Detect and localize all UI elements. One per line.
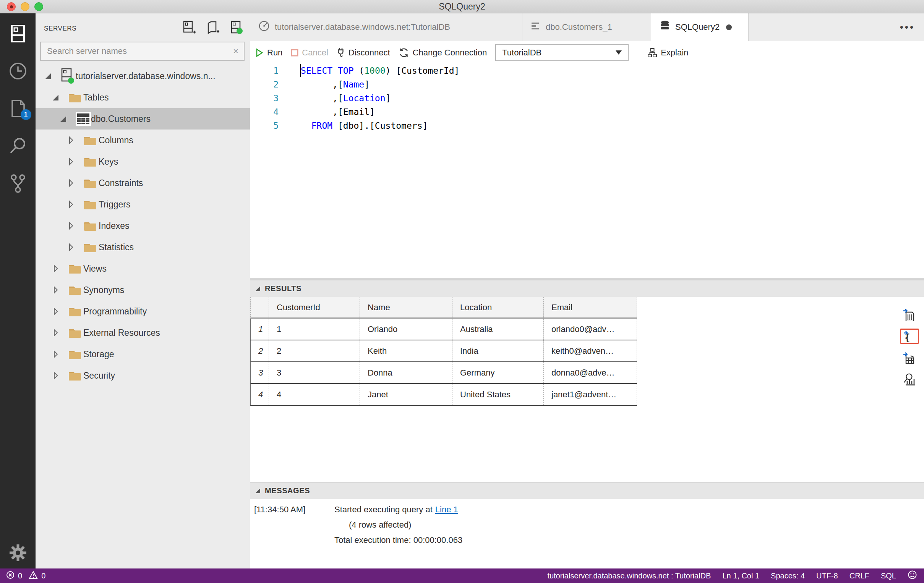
source-control-branch-icon[interactable]: [8, 174, 28, 193]
cell-email[interactable]: donna0@adve…: [544, 362, 637, 383]
messages-panel-header[interactable]: MESSAGES: [250, 482, 924, 499]
status-encoding[interactable]: UTF-8: [816, 571, 838, 580]
cell-email[interactable]: janet1@advent…: [544, 384, 637, 405]
cell-name[interactable]: Orlando: [360, 319, 452, 340]
cell-location[interactable]: Germany: [452, 362, 544, 383]
open-editors-file-icon[interactable]: 1: [8, 99, 28, 118]
settings-gear-icon[interactable]: [0, 544, 36, 562]
twistie-collapsed-icon[interactable]: [53, 329, 68, 337]
tab-sqlquery2[interactable]: SQLQuery2: [651, 13, 749, 41]
results-splitter-sash[interactable]: [250, 278, 924, 280]
status-eol[interactable]: CRLF: [850, 571, 870, 580]
twistie-collapsed-icon[interactable]: [53, 371, 68, 380]
cell-email[interactable]: keith0@adven…: [544, 340, 637, 361]
twistie-collapsed-icon[interactable]: [68, 136, 83, 145]
chevron-down-icon: [615, 50, 622, 54]
column-header-location[interactable]: Location: [452, 297, 544, 318]
status-indentation[interactable]: Spaces: 4: [771, 571, 805, 580]
twistie-expanded-icon[interactable]: [45, 73, 60, 79]
sql-editor[interactable]: 12345 SELECT TOP (1000) [CustomerId] ,[N…: [250, 64, 924, 278]
code-line[interactable]: ,[Email]: [301, 105, 924, 119]
cell-name[interactable]: Donna: [360, 362, 452, 383]
tree-item-programmability[interactable]: Programmability: [36, 301, 250, 322]
tab-connection-dashboard[interactable]: tutorialserver.database.windows.net:Tuto…: [250, 13, 522, 41]
cell-location[interactable]: Australia: [452, 319, 544, 340]
message-line: Started executing query atLine 1: [334, 502, 458, 517]
clear-search-icon[interactable]: ×: [233, 47, 238, 56]
tree-item-constraints[interactable]: Constraints: [36, 172, 250, 194]
cell-customerid[interactable]: 3: [269, 362, 360, 383]
tree-item-keys[interactable]: Keys: [36, 151, 250, 172]
column-header-name[interactable]: Name: [360, 297, 452, 318]
code-line[interactable]: ,[Location]: [301, 91, 924, 105]
tree-item-triggers[interactable]: Triggers: [36, 194, 250, 215]
database-dropdown[interactable]: TutorialDB: [495, 44, 629, 61]
code-line[interactable]: ,[Name]: [301, 77, 924, 91]
cell-email[interactable]: orlando0@adv…: [544, 319, 637, 340]
tree-item-statistics[interactable]: Statistics: [36, 237, 250, 258]
servers-icon[interactable]: [8, 25, 28, 43]
tree-item-tutorialserver-database-windows-n-[interactable]: tutorialserver.database.windows.n...: [36, 65, 250, 87]
twistie-expanded-icon[interactable]: [53, 95, 68, 100]
save-as-csv-icon[interactable]: [903, 307, 916, 322]
save-as-excel-icon[interactable]: [903, 350, 916, 366]
code-line[interactable]: FROM [dbo].[Customers]: [301, 119, 924, 133]
result-row-1[interactable]: 11OrlandoAustraliaorlando0@adv…: [250, 319, 637, 340]
cell-customerid[interactable]: 4: [269, 384, 360, 405]
tree-item-columns[interactable]: Columns: [36, 130, 250, 151]
tree-item-storage[interactable]: Storage: [36, 343, 250, 365]
save-as-json-icon[interactable]: { }: [900, 329, 919, 344]
status-cursor-position[interactable]: Ln 1, Col 1: [722, 571, 759, 580]
status-connection[interactable]: tutorialserver.database.windows.net : Tu…: [547, 571, 711, 580]
result-row-4[interactable]: 44JanetUnited Statesjanet1@advent…: [250, 384, 637, 406]
results-panel-header[interactable]: RESULTS: [250, 280, 924, 297]
result-row-2[interactable]: 22KeithIndiakeith0@adven…: [250, 340, 637, 362]
view-as-chart-icon[interactable]: [903, 372, 916, 387]
status-language-mode[interactable]: SQL: [881, 571, 896, 580]
search-icon[interactable]: [8, 137, 28, 155]
twistie-collapsed-icon[interactable]: [53, 286, 68, 294]
new-connection-icon[interactable]: [183, 21, 196, 37]
disconnect-button[interactable]: Disconnect: [337, 48, 390, 58]
run-button[interactable]: Run: [255, 48, 282, 58]
code-line[interactable]: SELECT TOP (1000) [CustomerId]: [301, 64, 924, 77]
cell-location[interactable]: United States: [452, 384, 544, 405]
tree-item-indexes[interactable]: Indexes: [36, 215, 250, 237]
tree-item-synonyms[interactable]: Synonyms: [36, 279, 250, 301]
twistie-collapsed-icon[interactable]: [68, 179, 83, 187]
result-row-3[interactable]: 33DonnaGermanydonna0@adve…: [250, 362, 637, 384]
tab-dbo-customers[interactable]: dbo.Customers_1: [522, 13, 651, 41]
twistie-collapsed-icon[interactable]: [68, 157, 83, 166]
tree-item-dbo-customers[interactable]: dbo.Customers: [36, 108, 250, 130]
explain-button[interactable]: Explain: [647, 48, 688, 58]
column-header-email[interactable]: Email: [544, 297, 637, 318]
cell-customerid[interactable]: 1: [269, 319, 360, 340]
change-connection-button[interactable]: Change Connection: [399, 48, 487, 58]
twistie-collapsed-icon[interactable]: [53, 350, 68, 358]
cell-name[interactable]: Keith: [360, 340, 452, 361]
error-circle-icon[interactable]: [6, 571, 15, 581]
collapse-caret-icon: [255, 488, 260, 493]
warning-triangle-icon[interactable]: [29, 571, 38, 581]
line-1-link[interactable]: Line 1: [435, 505, 458, 514]
task-history-clock-icon[interactable]: [8, 62, 28, 80]
cell-location[interactable]: India: [452, 340, 544, 361]
twistie-collapsed-icon[interactable]: [68, 222, 83, 230]
twistie-collapsed-icon[interactable]: [68, 200, 83, 209]
cell-customerid[interactable]: 2: [269, 340, 360, 361]
tree-item-tables[interactable]: Tables: [36, 87, 250, 108]
twistie-collapsed-icon[interactable]: [68, 243, 83, 251]
tree-item-external-resources[interactable]: External Resources: [36, 322, 250, 343]
active-connections-icon[interactable]: [230, 21, 243, 37]
twistie-collapsed-icon[interactable]: [53, 307, 68, 316]
twistie-expanded-icon[interactable]: [60, 116, 76, 122]
cell-name[interactable]: Janet: [360, 384, 452, 405]
tree-item-security[interactable]: Security: [36, 365, 250, 386]
column-header-customerid[interactable]: CustomerId: [269, 297, 360, 318]
editor-actions-more-icon[interactable]: •••: [891, 13, 924, 41]
new-server-group-icon[interactable]: [206, 21, 219, 37]
server-search-input[interactable]: [46, 46, 233, 56]
twistie-collapsed-icon[interactable]: [53, 264, 68, 273]
tree-item-views[interactable]: Views: [36, 258, 250, 279]
smiley-feedback-icon[interactable]: [908, 570, 917, 581]
